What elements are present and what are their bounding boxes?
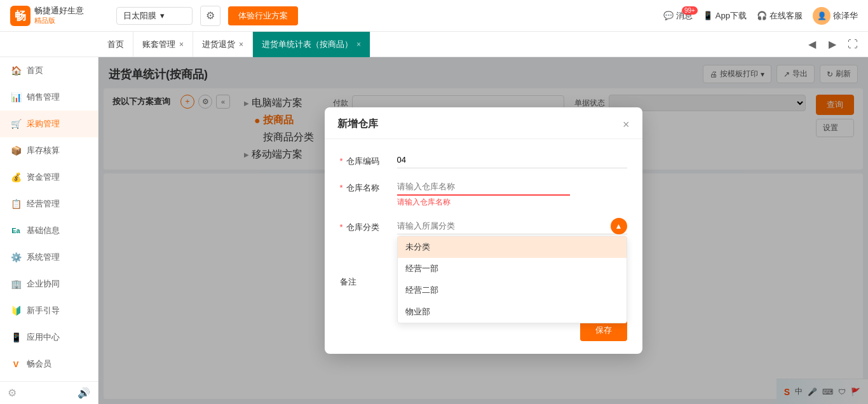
appcenter-icon: 📱 (10, 332, 22, 343)
app-download-button[interactable]: 📱 App下载 (703, 10, 747, 22)
category-dropdown: 未分类 经营一部 经营二部 物业部 (397, 236, 627, 323)
dialog-title: 新增仓库 (337, 118, 378, 131)
tab-account-close[interactable]: × (179, 40, 184, 49)
logo-icon: 畅 (10, 6, 31, 26)
headset-icon: 🎧 (757, 11, 767, 20)
user-menu[interactable]: 👤 徐泽华 (813, 7, 858, 25)
online-service-label: 在线客服 (770, 10, 803, 22)
sidebar-item-appcenter-label: 应用中心 (27, 332, 60, 343)
warehouse-name-col: 请输入仓库名称 (397, 178, 570, 208)
sidebar-item-sales-label: 销售管理 (27, 91, 60, 103)
sidebar-item-inventory-label: 库存核算 (27, 145, 60, 156)
sidebar-item-system-label: 系统管理 (27, 252, 60, 263)
dropdown-item-unclassified[interactable]: 未分类 (398, 236, 627, 258)
sidebar: 🏠 首页 📊 销售管理 🛒 采购管理 📦 库存核算 💰 资金管理 📋 经 (0, 57, 98, 404)
trial-button[interactable]: 体验行业方案 (228, 6, 298, 25)
form-row-name: * 仓库名称 请输入仓库名称 (340, 178, 627, 208)
dialog-close-icon[interactable]: × (623, 119, 630, 130)
sidebar-item-appcenter[interactable]: 📱 应用中心 (0, 324, 98, 351)
sidebar-item-operations-label: 经营管理 (27, 198, 60, 210)
home-icon: 🏠 (10, 65, 22, 76)
sidebar-items: 🏠 首页 📊 销售管理 🛒 采购管理 📦 库存核算 💰 资金管理 📋 经 (0, 57, 98, 381)
sidebar-item-enterprise[interactable]: 🏢 企业协同 (0, 271, 98, 297)
warehouse-name-label-text: 仓库名称 (346, 183, 379, 192)
sidebar-item-basics[interactable]: Ea 基础信息 (0, 217, 98, 244)
modal-overlay[interactable]: 新增仓库 × * 仓库编码 (98, 57, 868, 404)
top-nav: 畅 畅捷通好生意 精品版 日太阳膜 ▾ ⚙ 体验行业方案 💬 消息 99+ 📱 … (0, 0, 868, 32)
sidebar-item-sales[interactable]: 📊 销售管理 (0, 84, 98, 111)
sidebar-item-system[interactable]: ⚙️ 系统管理 (0, 244, 98, 271)
avatar: 👤 (813, 7, 831, 25)
finance-icon: 💰 (10, 172, 22, 183)
sidebar-item-vip-label: 畅会员 (27, 358, 51, 370)
sidebar-sound-icon[interactable]: 🔊 (78, 387, 90, 399)
tab-purchase-stats-close[interactable]: × (356, 40, 361, 49)
settings-icon[interactable]: ⚙ (200, 6, 220, 26)
sidebar-item-operations[interactable]: 📋 经营管理 (0, 191, 98, 217)
sidebar-item-vip[interactable]: V 畅会员 (0, 351, 98, 377)
tab-purchase-stats-label: 进货单统计表（按商品） (262, 39, 353, 50)
tab-bar: 首页 账套管理 × 进货退货 × 进货单统计表（按商品） × ◀ ▶ ⛶ (0, 32, 868, 57)
message-button[interactable]: 💬 消息 99+ (663, 10, 693, 22)
dialog-body: * 仓库编码 * 仓库名称 (325, 139, 642, 312)
dropdown-item-dept2[interactable]: 经营二部 (398, 279, 627, 301)
store-selector[interactable]: 日太阳膜 ▾ (116, 7, 193, 25)
enterprise-icon: 🏢 (10, 278, 22, 290)
dropdown-item-property[interactable]: 物业部 (398, 301, 627, 323)
warehouse-category-label-text: 仓库分类 (346, 222, 379, 232)
tab-home[interactable]: 首页 (98, 32, 133, 57)
dialog-header: 新增仓库 × (325, 107, 642, 139)
sidebar-gear-icon[interactable]: ⚙ (8, 387, 17, 399)
message-badge: 99+ (682, 6, 698, 15)
chevron-down-icon: ▾ (160, 11, 165, 20)
tab-prev-icon[interactable]: ◀ (802, 34, 822, 55)
sidebar-item-basics-label: 基础信息 (27, 225, 60, 236)
message-icon: 💬 (663, 11, 674, 20)
logo-sub: 精品版 (34, 16, 84, 25)
category-dropdown-toggle[interactable]: ▲ (611, 218, 627, 234)
warehouse-category-label: * 仓库分类 (340, 218, 397, 233)
warehouse-name-input[interactable] (397, 178, 570, 196)
tab-icons: ◀ ▶ ⛶ (802, 34, 868, 55)
logo-area: 畅 畅捷通好生意 精品版 (10, 6, 109, 26)
top-nav-right: 💬 消息 99+ 📱 App下载 🎧 在线客服 👤 徐泽华 (663, 7, 858, 25)
warehouse-code-label-text: 仓库编码 (346, 156, 379, 166)
tab-purchase-return[interactable]: 进货退货 × (193, 32, 253, 57)
sidebar-item-home-label: 首页 (27, 65, 43, 76)
user-name: 徐泽华 (833, 10, 858, 22)
sidebar-item-finance[interactable]: 💰 资金管理 (0, 164, 98, 191)
app-download-label: App下载 (715, 10, 747, 22)
sidebar-item-newbie[interactable]: 🔰 新手引导 (0, 297, 98, 324)
operations-icon: 📋 (10, 198, 22, 210)
vip-icon: V (10, 358, 22, 370)
sidebar-item-newbie-label: 新手引导 (27, 305, 60, 316)
dropdown-item-dept1[interactable]: 经营一部 (398, 258, 627, 279)
tab-fullscreen-icon[interactable]: ⛶ (843, 34, 863, 55)
sidebar-footer: ⚙ 🔊 (0, 381, 98, 404)
main-layout: 🏠 首页 📊 销售管理 🛒 采购管理 📦 库存核算 💰 资金管理 📋 经 (0, 57, 868, 404)
warehouse-category-input[interactable] (397, 218, 627, 234)
tab-home-label: 首页 (107, 39, 124, 50)
newbie-icon: 🔰 (10, 305, 22, 316)
tab-next-icon[interactable]: ▶ (822, 34, 843, 55)
warehouse-code-input[interactable] (397, 152, 627, 168)
sidebar-item-purchase[interactable]: 🛒 采购管理 (0, 111, 98, 137)
tab-account[interactable]: 账套管理 × (133, 32, 193, 57)
tab-account-label: 账套管理 (142, 39, 175, 50)
store-name: 日太阳膜 (123, 10, 156, 22)
tab-purchase-return-close[interactable]: × (239, 40, 243, 49)
inventory-icon: 📦 (10, 145, 22, 156)
warehouse-name-label: * 仓库名称 (340, 178, 397, 194)
phone-icon: 📱 (703, 11, 713, 20)
online-service-button[interactable]: 🎧 在线客服 (757, 10, 803, 22)
sales-icon: 📊 (10, 91, 22, 103)
tab-purchase-return-label: 进货退货 (202, 39, 235, 50)
sidebar-item-enterprise-label: 企业协同 (27, 278, 60, 290)
sidebar-item-home[interactable]: 🏠 首页 (0, 57, 98, 84)
system-icon: ⚙️ (10, 252, 22, 263)
sidebar-item-inventory[interactable]: 📦 库存核算 (0, 137, 98, 164)
notes-label: 备注 (340, 273, 397, 288)
content-area: 进货单统计(按商品) 🖨 按模板打印 ▾ ↗ 导出 ↻ 刷新 按以下方案查询 (98, 57, 868, 404)
warehouse-code-label: * 仓库编码 (340, 152, 397, 167)
tab-purchase-stats[interactable]: 进货单统计表（按商品） × (253, 32, 370, 57)
